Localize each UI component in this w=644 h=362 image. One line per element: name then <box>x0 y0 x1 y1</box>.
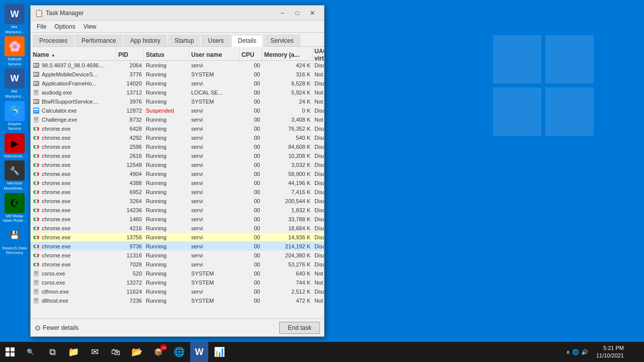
taskbar-clock[interactable]: 5:21 PM 11/10/2021 <box>592 344 628 360</box>
taskbar: 🔍 ⧉ 📁 ✉ 🛍 📂 📦 14 🌐 W 📊 ∧ 🌐 🔊 5:21 PM 11/… <box>0 342 644 362</box>
daffodil-icon[interactable]: 🌸 <box>5 36 25 56</box>
task-manager-window: 📋 Task Manager − □ ✕ File Options View P… <box>30 5 325 337</box>
start-button[interactable] <box>0 342 20 362</box>
dolphin-icon[interactable]: 🐬 <box>5 101 25 121</box>
cell-uac: Disabled <box>312 260 324 268</box>
close-button[interactable]: ✕ <box>305 8 320 19</box>
show-desktop-button[interactable] <box>628 342 644 362</box>
cell-pid: 3264 <box>116 197 144 205</box>
word-label: Md. Manjurul... <box>2 25 27 34</box>
app-icon-group-video[interactable]: ▶ VideoScrb... <box>2 133 27 159</box>
app-icon-group-word2[interactable]: W Md. Manjurul... <box>2 68 27 99</box>
table-row[interactable]: chrome.exe 12548 Running servi 00 3,032 … <box>31 160 324 169</box>
search-button[interactable]: 🔍 <box>20 342 40 362</box>
cell-memory: 18,684 K <box>262 224 312 232</box>
taskbar-explorer[interactable]: 📁 <box>63 342 84 362</box>
app-icon-group-word[interactable]: W Md. Manjurul... <box>2 4 27 34</box>
tab-details[interactable]: Details <box>231 35 263 47</box>
cell-uac: Disabled <box>312 61 324 69</box>
easeus-icon[interactable]: 💾 <box>5 225 25 245</box>
table-row[interactable]: chrome.exe 6428 Running servi 00 76,352 … <box>31 124 324 133</box>
table-row[interactable]: audiodg.exe 13712 Running LOCAL SE... 00… <box>31 88 324 97</box>
table-row[interactable]: chrome.exe 7028 Running servi 00 53,276 … <box>31 260 324 269</box>
menu-file[interactable]: File <box>33 22 50 31</box>
table-row[interactable]: ctfmon.exe 11624 Running servi 00 2,512 … <box>31 287 324 296</box>
menu-options[interactable]: Options <box>50 22 79 31</box>
table-row[interactable]: Calculator.exe 12872 Suspended servi 00 … <box>31 106 324 115</box>
table-row[interactable]: chrome.exe 4216 Running servi 00 18,684 … <box>31 224 324 233</box>
table-row[interactable]: csrss.exe 13272 Running SYSTEM 00 744 K … <box>31 278 324 287</box>
proc-icon <box>33 134 40 141</box>
app-icon-group-easeus[interactable]: 💾 EaseUS Data Recovery <box>2 225 27 255</box>
tab-users[interactable]: Users <box>201 35 230 46</box>
cell-cpu: 00 <box>239 242 262 250</box>
svg-rect-17 <box>34 100 36 103</box>
taskbar-store[interactable]: 🛍 <box>106 342 126 362</box>
table-row[interactable]: chrome.exe 9736 Running servi 00 214,192… <box>31 242 324 251</box>
table-row[interactable]: ApplicationFrameHo... 14020 Running serv… <box>31 79 324 88</box>
cell-pid: 1460 <box>116 215 144 223</box>
table-row[interactable]: Challenge.exe 8732 Running servi 00 3,40… <box>31 115 324 124</box>
app-icon-group-dolphin[interactable]: 🐬 Dolphin Service <box>2 101 27 131</box>
table-row[interactable]: chrome.exe 3264 Running servi 00 200,544… <box>31 197 324 206</box>
app-icon-group-islam[interactable]: ☪ Md Manju Islam Rube... <box>2 193 27 223</box>
table-row[interactable]: chrome.exe 11316 Running servi 00 204,38… <box>31 251 324 260</box>
table-row[interactable]: chrome.exe 1460 Running servi 00 33,788 … <box>31 215 324 224</box>
taskbar-chrome[interactable]: 🌐 <box>169 342 189 362</box>
table-row[interactable]: chrome.exe 4388 Running servi 00 44,196 … <box>31 178 324 188</box>
word2-icon[interactable]: W <box>5 68 25 88</box>
table-row[interactable]: chrome.exe 13756 Running servi 00 14,936… <box>31 233 324 242</box>
tab-services[interactable]: Services <box>264 35 300 46</box>
clock-time: 5:21 PM <box>596 344 624 352</box>
table-row[interactable]: chrome.exe 4292 Running servi 00 540 K D… <box>31 133 324 142</box>
menu-view[interactable]: View <box>79 22 101 31</box>
tab-performance[interactable]: Performance <box>75 35 123 46</box>
table-row[interactable]: chrome.exe 6952 Running servi 00 7,416 K… <box>31 188 324 197</box>
table-row[interactable]: 98.0.4697.0_98.0.4696.... 2064 Running s… <box>31 61 324 70</box>
table-row[interactable]: BtwRSupportService.... 3976 Running SYST… <box>31 97 324 106</box>
table-row[interactable]: chrome.exe 14236 Running servi 00 1,832 … <box>31 206 324 215</box>
tray-expand[interactable]: ∧ <box>566 349 570 355</box>
table-row[interactable]: chrome.exe 2596 Running servi 00 84,608 … <box>31 142 324 151</box>
tray-volume[interactable]: 🔊 <box>581 349 588 355</box>
tab-app-history[interactable]: App history <box>124 35 167 46</box>
table-row[interactable]: dllhost.exe 7236 Running SYSTEM 00 472 K… <box>31 296 324 305</box>
table-row[interactable]: AppleMobileDeviceS... 3776 Running SYSTE… <box>31 70 324 79</box>
table-row[interactable]: chrome.exe 2616 Running servi 00 10,208 … <box>31 151 324 160</box>
tab-startup[interactable]: Startup <box>168 35 201 46</box>
maximize-button[interactable]: □ <box>290 8 305 19</box>
app-icon-group-daffodil[interactable]: 🌸 Daffodil Service <box>2 36 27 66</box>
word-icon[interactable]: W <box>5 4 25 24</box>
taskbar-tm[interactable]: 📊 <box>209 342 229 362</box>
cell-name: chrome.exe <box>31 260 116 268</box>
cell-name: Challenge.exe <box>31 115 116 124</box>
taskbar-mail[interactable]: ✉ <box>85 342 105 362</box>
fewer-details-button[interactable]: ⊙ Fewer details <box>35 324 78 332</box>
cell-name: csrss.exe <box>31 269 116 278</box>
taskbar-icon-14[interactable]: 📦 14 <box>148 342 168 362</box>
taskbar-folder[interactable]: 📂 <box>127 342 147 362</box>
islam-icon[interactable]: ☪ <box>5 193 25 213</box>
video-icon[interactable]: ▶ <box>5 133 25 153</box>
table-body[interactable]: 98.0.4697.0_98.0.4696.... 2064 Running s… <box>31 61 324 318</box>
cell-memory: 58,900 K <box>262 169 312 178</box>
cell-status: Running <box>144 251 189 259</box>
app-icon-group-minitool[interactable]: 🔧 MiniTool MovieMak... <box>2 160 27 191</box>
cell-cpu: 00 <box>239 88 262 97</box>
cell-cpu: 00 <box>239 260 262 268</box>
svg-rect-28 <box>34 120 37 120</box>
cell-pid: 4388 <box>116 178 144 187</box>
end-task-button[interactable]: End task <box>279 322 320 334</box>
cell-uac: Disabled <box>312 233 324 241</box>
taskbar-task-view[interactable]: ⧉ <box>42 342 62 362</box>
table-row[interactable]: csrss.exe 520 Running SYSTEM 00 640 K No… <box>31 269 324 278</box>
svg-rect-76 <box>34 301 37 301</box>
table-row[interactable]: chrome.exe 4904 Running servi 00 58,900 … <box>31 169 324 178</box>
svg-rect-71 <box>34 291 38 291</box>
tab-processes[interactable]: Processes <box>33 35 74 46</box>
minimize-button[interactable]: − <box>275 8 290 19</box>
tray-network[interactable]: 🌐 <box>572 349 579 355</box>
taskbar-word[interactable]: W <box>190 342 208 362</box>
cell-uac: Disabled <box>312 160 324 169</box>
minitool-icon[interactable]: 🔧 <box>5 160 25 180</box>
